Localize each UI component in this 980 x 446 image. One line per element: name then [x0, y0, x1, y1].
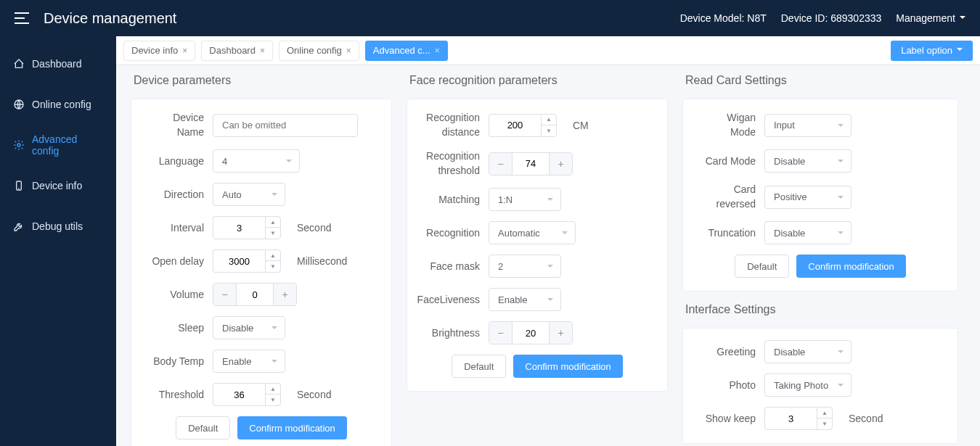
close-icon[interactable]: × [182, 46, 187, 56]
sidebar: Dashboard Online config Advanced config … [0, 36, 116, 446]
face-mask-select[interactable]: 2 [489, 255, 561, 278]
recognition-distance-stepper[interactable]: ▲▼ [489, 114, 557, 137]
svg-point-1 [17, 144, 20, 146]
language-select[interactable]: 4 [213, 149, 300, 173]
tab-bar: Device info× Dashboard× Online config× A… [116, 36, 980, 65]
threshold-stepper[interactable]: ▲▼ [213, 383, 281, 406]
panel-title-face-params: Face recognition parameters [407, 73, 668, 88]
recognition-select[interactable]: Automatic [489, 221, 576, 244]
panel-interface: Greeting Disable Photo Taking Photo Show… [682, 328, 958, 444]
photo-select[interactable]: Taking Photo [764, 373, 852, 397]
open-delay-stepper[interactable]: ▲▼ [213, 249, 281, 273]
gear-icon [13, 139, 25, 151]
plus-icon[interactable]: + [549, 153, 572, 175]
sidebar-item-label: Online config [32, 99, 91, 110]
close-icon[interactable]: × [346, 46, 351, 56]
tab-dashboard[interactable]: Dashboard× [201, 41, 273, 61]
panel-title-interface: Interface Settings [682, 302, 958, 318]
interval-stepper[interactable]: ▲▼ [213, 216, 281, 239]
stepper-up-icon[interactable]: ▲ [542, 115, 556, 125]
confirm-button[interactable]: Confirm modification [237, 416, 347, 439]
sidebar-item-label: Device info [32, 180, 82, 191]
matching-select[interactable]: 1:N [489, 188, 561, 211]
sidebar-item-debug-utils[interactable]: Debug utils [0, 206, 116, 247]
stepper-down-icon[interactable]: ▼ [817, 418, 832, 429]
default-button[interactable]: Default [176, 416, 230, 439]
truncation-select[interactable]: Disable [764, 221, 852, 244]
caret-down-icon [957, 45, 963, 56]
stepper-up-icon[interactable]: ▲ [266, 250, 280, 261]
minus-icon[interactable]: − [489, 322, 513, 344]
sidebar-item-label: Debug utils [32, 220, 83, 232]
sidebar-item-label: Dashboard [32, 58, 82, 70]
tab-advanced-config[interactable]: Advanced c...× [365, 41, 448, 61]
app-title: Device management [44, 10, 176, 27]
sidebar-item-label: Advanced config [32, 133, 103, 157]
home-icon [13, 58, 25, 70]
volume-stepper[interactable]: − + [213, 283, 297, 306]
close-icon[interactable]: × [260, 46, 265, 56]
tab-online-config[interactable]: Online config× [279, 41, 359, 61]
panel-face-params: Recognitiondistance ▲▼ CM Recognitionthr… [407, 99, 668, 392]
sidebar-item-advanced-config[interactable]: Advanced config [0, 125, 116, 165]
caret-down-icon [960, 12, 965, 24]
stepper-up-icon[interactable]: ▲ [266, 384, 280, 395]
default-button[interactable]: Default [735, 255, 789, 278]
card-reversed-select[interactable]: Positive [764, 186, 852, 209]
panel-read-card: WiganMode Input Card Mode Disable Cardre… [682, 99, 958, 292]
greeting-select[interactable]: Disable [764, 340, 852, 363]
device-model: Device Model: N8T [680, 12, 767, 24]
recognition-threshold-stepper[interactable]: − + [489, 152, 573, 175]
sidebar-item-online-config[interactable]: Online config [0, 84, 116, 125]
plus-icon[interactable]: + [549, 322, 572, 344]
device-name-input[interactable] [213, 114, 358, 137]
wrench-icon [13, 220, 25, 232]
direction-select[interactable]: Auto [213, 183, 285, 206]
show-keep-stepper[interactable]: ▲▼ [764, 407, 833, 430]
menu-toggle-icon[interactable] [15, 12, 29, 24]
face-liveness-select[interactable]: Enable [489, 288, 561, 311]
default-button[interactable]: Default [452, 355, 506, 378]
panel-device-params: DeviceName Language 4 Direction Auto [131, 99, 392, 446]
confirm-button[interactable]: Confirm modification [513, 355, 623, 378]
globe-icon [13, 99, 25, 110]
tab-device-info[interactable]: Device info× [123, 41, 195, 61]
sidebar-item-device-info[interactable]: Device info [0, 165, 116, 206]
sidebar-item-dashboard[interactable]: Dashboard [0, 44, 116, 84]
confirm-button[interactable]: Confirm modification [796, 255, 906, 278]
stepper-down-icon[interactable]: ▼ [266, 395, 280, 405]
device-icon [13, 180, 25, 191]
minus-icon[interactable]: − [489, 153, 513, 175]
stepper-down-icon[interactable]: ▼ [542, 125, 556, 136]
plus-icon[interactable]: + [273, 284, 296, 305]
minus-icon[interactable]: − [213, 284, 237, 305]
stepper-up-icon[interactable]: ▲ [817, 408, 832, 418]
sleep-select[interactable]: Disable [213, 316, 285, 339]
card-mode-select[interactable]: Disable [764, 149, 852, 173]
stepper-down-icon[interactable]: ▼ [266, 228, 280, 239]
wigan-mode-select[interactable]: Input [764, 114, 852, 137]
device-id: Device ID: 689302333 [781, 12, 882, 24]
panel-title-device-params: Device parameters [131, 73, 392, 88]
stepper-up-icon[interactable]: ▲ [266, 217, 280, 228]
label-option-button[interactable]: Label option [891, 41, 973, 61]
body-temp-select[interactable]: Enable [213, 350, 285, 373]
stepper-down-icon[interactable]: ▼ [266, 261, 280, 272]
brightness-stepper[interactable]: − + [489, 321, 573, 344]
management-dropdown[interactable]: Management [896, 12, 965, 24]
close-icon[interactable]: × [435, 46, 440, 56]
panel-title-read-card: Read Card Settings [682, 73, 958, 88]
app-header: Device management Device Model: N8T Devi… [0, 0, 980, 36]
